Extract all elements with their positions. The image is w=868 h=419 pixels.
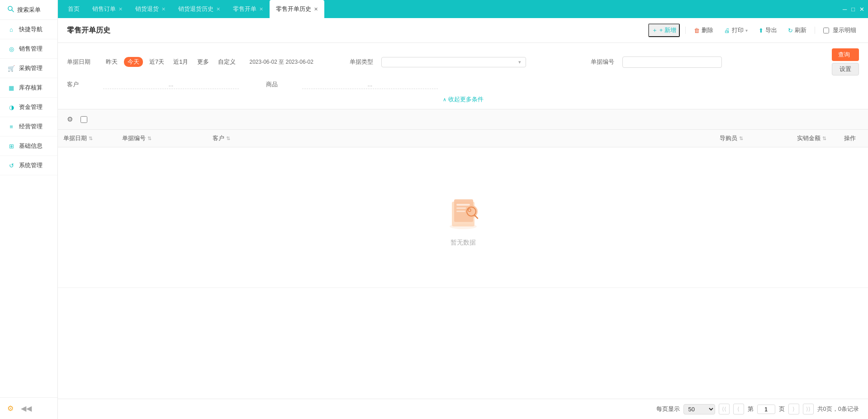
tab-sales-order-close[interactable]: ✕: [119, 6, 123, 12]
bill-no-input[interactable]: [622, 56, 722, 68]
col-no[interactable]: 单据编号 ⇅: [117, 130, 207, 147]
cart-icon: 🛒: [7, 64, 15, 72]
sidebar-search-btn[interactable]: 搜索采单: [0, 0, 57, 20]
refresh-button[interactable]: ↻ 刷新: [785, 24, 809, 36]
tab-retail-open-close[interactable]: ✕: [259, 6, 263, 12]
print-dropdown-icon[interactable]: ▾: [745, 28, 748, 33]
sidebar-item-label: 系统管理: [19, 161, 43, 169]
gear-icon[interactable]: ⚙: [7, 404, 14, 413]
display-detail-checkbox[interactable]: [823, 28, 829, 33]
tab-sales-order[interactable]: 销售订单 ✕: [86, 0, 129, 18]
last-page-btn[interactable]: ⟩⟩: [803, 404, 814, 414]
sidebar-item-finance[interactable]: ◑ 资金管理: [0, 98, 57, 117]
sidebar-item-sales-mgmt[interactable]: ◎ 销售管理: [0, 39, 57, 59]
box-icon: ▦: [7, 84, 15, 92]
sidebar-search-label: 搜索采单: [17, 6, 41, 14]
first-page-btn[interactable]: ⟨⟨: [719, 404, 730, 414]
maximize-icon[interactable]: □: [851, 6, 855, 13]
bill-type-label: 单据类型: [350, 58, 377, 66]
col-guide-label: 导购员: [720, 135, 737, 141]
collapse-sidebar-icon[interactable]: ◀◀: [21, 404, 32, 413]
query-button[interactable]: 查询: [832, 48, 859, 61]
close-icon[interactable]: ✕: [859, 6, 864, 13]
sidebar-item-system-mgmt[interactable]: ↺ 系统管理: [0, 156, 57, 175]
tab-retail-open[interactable]: 零售开单 ✕: [227, 0, 270, 18]
tab-home[interactable]: 首页: [62, 0, 86, 18]
col-customer[interactable]: 客户 ⇅: [207, 130, 714, 147]
sort-customer-icon[interactable]: ⇅: [226, 136, 230, 141]
next-page-btn[interactable]: ⟩: [788, 404, 799, 414]
page-title: 零售开单历史: [67, 26, 110, 35]
query-label: 查询: [838, 51, 850, 59]
sidebar-item-label: 基础信息: [19, 142, 43, 150]
tab-retail-open-history[interactable]: 零售开单历史 ✕: [270, 0, 324, 18]
collapse-up-icon: ∧: [443, 97, 446, 103]
sidebar-item-basic-info[interactable]: ⊞ 基础信息: [0, 137, 57, 156]
date-option-custom[interactable]: 自定义: [215, 57, 238, 67]
per-page-select[interactable]: 50 100 200: [683, 404, 715, 414]
print-button[interactable]: 🖨 打印 ▾: [721, 24, 750, 36]
sidebar-item-operations[interactable]: ≡ 经营管理: [0, 117, 57, 137]
tab-sales-return-history[interactable]: 销货退货历史 ✕: [172, 0, 227, 18]
dropdown-icon: ▾: [518, 59, 521, 65]
sort-date-icon[interactable]: ⇅: [89, 136, 93, 141]
info-icon: ⊞: [7, 142, 15, 150]
select-all-checkbox[interactable]: [81, 116, 87, 123]
new-button[interactable]: ＋ + 新增: [648, 24, 680, 37]
sidebar-item-quick-nav[interactable]: ⌂ 快捷导航: [0, 20, 57, 39]
page-header: 零售开单历史 ＋ + 新增 🗑 删除 🖨 打印 ▾ ⬆ 导出 ↻ 刷新: [58, 18, 868, 43]
sidebar-bottom: ⚙ ◀◀: [0, 397, 57, 419]
sidebar-item-inventory[interactable]: ▦ 库存核算: [0, 78, 57, 98]
settings-filter-button[interactable]: 设置: [832, 63, 859, 75]
sort-amount-icon[interactable]: ⇅: [822, 136, 826, 141]
table-toolbar: ⚙: [58, 109, 868, 130]
tab-sales-return[interactable]: 销货退货 ✕: [129, 0, 172, 18]
bill-type-select[interactable]: ▾: [381, 57, 526, 67]
col-customer-label: 客户: [213, 135, 224, 141]
date-option-more[interactable]: 更多: [194, 57, 212, 67]
collapse-filter-button[interactable]: ∧ 收起更多条件: [443, 95, 484, 104]
export-button[interactable]: ⬆ 导出: [756, 24, 780, 36]
tab-retail-open-history-close[interactable]: ✕: [314, 6, 318, 12]
display-detail-button[interactable]: 显示明细: [821, 24, 859, 36]
main-content: 首页 销售订单 ✕ 销货退货 ✕ 销货退货历史 ✕ 零售开单 ✕ 零售开单历史 …: [58, 0, 868, 419]
sort-no-icon[interactable]: ⇅: [147, 136, 152, 141]
total-text: 共0页，0条记录: [817, 405, 859, 413]
col-date[interactable]: 单据日期 ⇅: [58, 130, 117, 147]
chart-icon: ◎: [7, 45, 15, 53]
sidebar-item-label: 采购管理: [19, 64, 43, 72]
tab-sales-return-label: 销货退货: [135, 5, 159, 13]
sidebar-item-purchase-mgmt[interactable]: 🛒 采购管理: [0, 59, 57, 78]
goods-label: 商品: [266, 80, 293, 89]
col-no-label: 单据编号: [122, 135, 146, 141]
date-option-7days[interactable]: 近7天: [147, 57, 167, 67]
col-amount-label: 实销金额: [797, 135, 821, 141]
table-body: 暂无数据: [58, 147, 868, 288]
divider2: [815, 27, 815, 34]
page-suffix: 页: [779, 405, 785, 413]
date-option-yesterday[interactable]: 昨天: [103, 57, 120, 67]
tab-sales-return-history-close[interactable]: ✕: [216, 6, 220, 12]
export-label: 导出: [765, 26, 777, 34]
customer-input[interactable]: [103, 80, 239, 89]
sort-guide-icon[interactable]: ⇅: [739, 136, 743, 141]
date-range-display: 2023-06-02 至 2023-06-02: [249, 58, 313, 66]
col-amount[interactable]: 实销金额 ⇅: [773, 130, 832, 147]
bar-chart-icon: ≡: [7, 122, 15, 131]
table-settings-icon[interactable]: ⚙: [63, 113, 76, 126]
refresh-icon: ↻: [788, 27, 793, 34]
page-input[interactable]: [757, 405, 775, 414]
date-option-1month[interactable]: 近1月: [171, 57, 191, 67]
minimize-icon[interactable]: ─: [843, 6, 847, 13]
empty-text: 暂无数据: [451, 239, 476, 247]
page-label: 第: [748, 405, 754, 413]
delete-button[interactable]: 🗑 删除: [691, 24, 716, 36]
tab-sales-return-close[interactable]: ✕: [161, 6, 166, 12]
customer-label: 客户: [67, 80, 94, 89]
prev-page-btn[interactable]: ⟨: [733, 404, 744, 414]
empty-cell: 暂无数据: [58, 147, 868, 288]
goods-input[interactable]: [302, 80, 438, 89]
date-option-today[interactable]: 今天: [124, 57, 143, 67]
col-guide[interactable]: 导购员 ⇅: [714, 130, 773, 147]
search-icon: [7, 5, 14, 14]
